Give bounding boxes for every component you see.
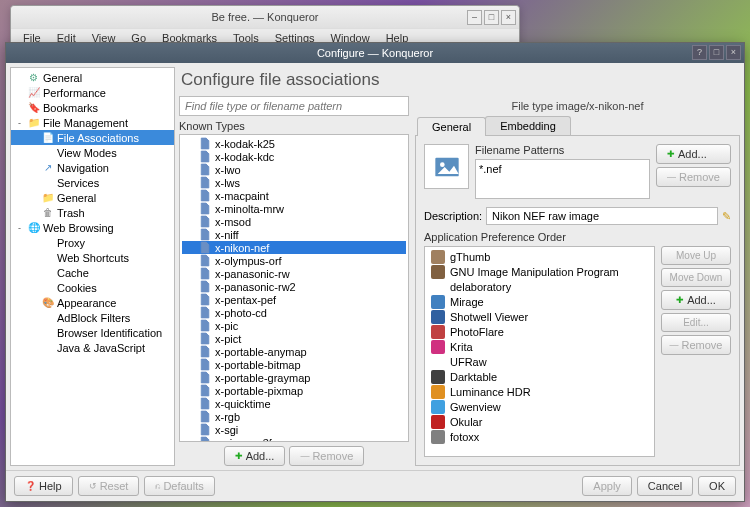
config-maximize-button[interactable]: □ <box>709 45 724 60</box>
sidebar-item-cookies[interactable]: Cookies <box>11 280 174 295</box>
edit-app-button[interactable]: Edit... <box>661 313 731 332</box>
type-item[interactable]: x-portable-bitmap <box>182 358 406 371</box>
expand-icon[interactable] <box>15 88 24 97</box>
tab-general[interactable]: General <box>417 117 486 136</box>
category-tree[interactable]: ⚙General📈Performance🔖Bookmarks-📁File Man… <box>10 67 175 466</box>
main-close-button[interactable]: × <box>501 10 516 25</box>
type-item[interactable]: x-kodak-kdc <box>182 150 406 163</box>
expand-icon[interactable] <box>29 163 38 172</box>
app-item[interactable]: Krita <box>427 339 652 354</box>
expand-icon[interactable] <box>29 208 38 217</box>
expand-icon[interactable] <box>29 238 38 247</box>
sidebar-item-navigation[interactable]: ↗Navigation <box>11 160 174 175</box>
app-item[interactable]: fotoxx <box>427 429 652 444</box>
type-item[interactable]: x-panasonic-rw <box>182 267 406 280</box>
sidebar-item-proxy[interactable]: Proxy <box>11 235 174 250</box>
remove-app-button[interactable]: —Remove <box>661 335 731 355</box>
type-item[interactable]: x-kodak-k25 <box>182 137 406 150</box>
app-item[interactable]: PhotoFlare <box>427 324 652 339</box>
sidebar-item-adblock-filters[interactable]: AdBlock Filters <box>11 310 174 325</box>
sidebar-item-general[interactable]: ⚙General <box>11 70 174 85</box>
expand-icon[interactable] <box>29 253 38 262</box>
config-close-button[interactable]: × <box>726 45 741 60</box>
sidebar-item-trash[interactable]: 🗑Trash <box>11 205 174 220</box>
expand-icon[interactable] <box>15 73 24 82</box>
add-type-button[interactable]: ✚Add... <box>224 446 286 466</box>
type-item[interactable]: x-niff <box>182 228 406 241</box>
sidebar-item-web-shortcuts[interactable]: Web Shortcuts <box>11 250 174 265</box>
type-item[interactable]: x-portable-pixmap <box>182 384 406 397</box>
sidebar-item-file-associations[interactable]: 📄File Associations <box>11 130 174 145</box>
expand-icon[interactable]: - <box>15 118 24 127</box>
type-item[interactable]: x-pic <box>182 319 406 332</box>
app-item[interactable]: Okular <box>427 414 652 429</box>
expand-icon[interactable] <box>29 178 38 187</box>
expand-icon[interactable] <box>29 343 38 352</box>
known-types-list[interactable]: x-kodak-k25x-kodak-kdcx-lwox-lwsx-macpai… <box>179 134 409 442</box>
clear-icon[interactable]: ✎ <box>722 210 731 223</box>
type-item[interactable]: x-quicktime <box>182 397 406 410</box>
expand-icon[interactable] <box>29 148 38 157</box>
app-item[interactable]: Darktable <box>427 369 652 384</box>
type-item[interactable]: x-macpaint <box>182 189 406 202</box>
sidebar-item-performance[interactable]: 📈Performance <box>11 85 174 100</box>
type-item[interactable]: x-portable-graymap <box>182 371 406 384</box>
type-item[interactable]: x-photo-cd <box>182 306 406 319</box>
type-item[interactable]: x-olympus-orf <box>182 254 406 267</box>
type-item[interactable]: x-nikon-nef <box>182 241 406 254</box>
type-item[interactable]: x-sgi <box>182 423 406 436</box>
sidebar-item-file-management[interactable]: -📁File Management <box>11 115 174 130</box>
patterns-list[interactable]: *.nef <box>475 159 650 199</box>
type-item[interactable]: x-rgb <box>182 410 406 423</box>
cancel-button[interactable]: Cancel <box>637 476 693 496</box>
main-maximize-button[interactable]: □ <box>484 10 499 25</box>
expand-icon[interactable] <box>29 328 38 337</box>
app-preference-list[interactable]: gThumbGNU Image Manipulation Programdela… <box>424 246 655 457</box>
config-help-button[interactable]: ? <box>692 45 707 60</box>
sidebar-item-web-browsing[interactable]: -🌐Web Browsing <box>11 220 174 235</box>
expand-icon[interactable] <box>15 103 24 112</box>
sidebar-item-view-modes[interactable]: View Modes <box>11 145 174 160</box>
sidebar-item-appearance[interactable]: 🎨Appearance <box>11 295 174 310</box>
type-item[interactable]: x-panasonic-rw2 <box>182 280 406 293</box>
description-input[interactable] <box>486 207 718 225</box>
app-item[interactable]: Luminance HDR <box>427 384 652 399</box>
apply-button[interactable]: Apply <box>582 476 632 496</box>
type-item[interactable]: x-lwo <box>182 163 406 176</box>
expand-icon[interactable] <box>29 268 38 277</box>
type-item[interactable]: x-lws <box>182 176 406 189</box>
expand-icon[interactable] <box>29 193 38 202</box>
config-titlebar[interactable]: Configure — Konqueror ? □ × <box>6 43 744 63</box>
app-item[interactable]: Mirage <box>427 294 652 309</box>
type-item[interactable]: x-pict <box>182 332 406 345</box>
sidebar-item-cache[interactable]: Cache <box>11 265 174 280</box>
app-item[interactable]: gThumb <box>427 249 652 264</box>
type-item[interactable]: x-sigma-x3f <box>182 436 406 442</box>
tab-embedding[interactable]: Embedding <box>485 116 571 135</box>
defaults-button[interactable]: ⎌Defaults <box>144 476 214 496</box>
expand-icon[interactable] <box>29 283 38 292</box>
sidebar-item-bookmarks[interactable]: 🔖Bookmarks <box>11 100 174 115</box>
sidebar-item-browser-identification[interactable]: Browser Identification <box>11 325 174 340</box>
remove-pattern-button[interactable]: —Remove <box>656 167 731 187</box>
app-item[interactable]: GNU Image Manipulation Program <box>427 264 652 279</box>
expand-icon[interactable]: - <box>15 223 24 232</box>
help-button[interactable]: ❓Help <box>14 476 73 496</box>
pattern-item[interactable]: *.nef <box>479 163 646 175</box>
main-minimize-button[interactable]: – <box>467 10 482 25</box>
app-item[interactable]: UFRaw <box>427 354 652 369</box>
add-app-button[interactable]: ✚Add... <box>661 290 731 310</box>
sidebar-item-general[interactable]: 📁General <box>11 190 174 205</box>
add-pattern-button[interactable]: ✚Add... <box>656 144 731 164</box>
type-item[interactable]: x-pentax-pef <box>182 293 406 306</box>
app-item[interactable]: delaboratory <box>427 279 652 294</box>
move-down-button[interactable]: Move Down <box>661 268 731 287</box>
remove-type-button[interactable]: —Remove <box>289 446 364 466</box>
ok-button[interactable]: OK <box>698 476 736 496</box>
type-item[interactable]: x-msod <box>182 215 406 228</box>
app-item[interactable]: Gwenview <box>427 399 652 414</box>
search-filetype-input[interactable] <box>179 96 409 116</box>
sidebar-item-java-javascript[interactable]: Java & JavaScript <box>11 340 174 355</box>
expand-icon[interactable] <box>29 298 38 307</box>
mimetype-icon-button[interactable] <box>424 144 469 189</box>
